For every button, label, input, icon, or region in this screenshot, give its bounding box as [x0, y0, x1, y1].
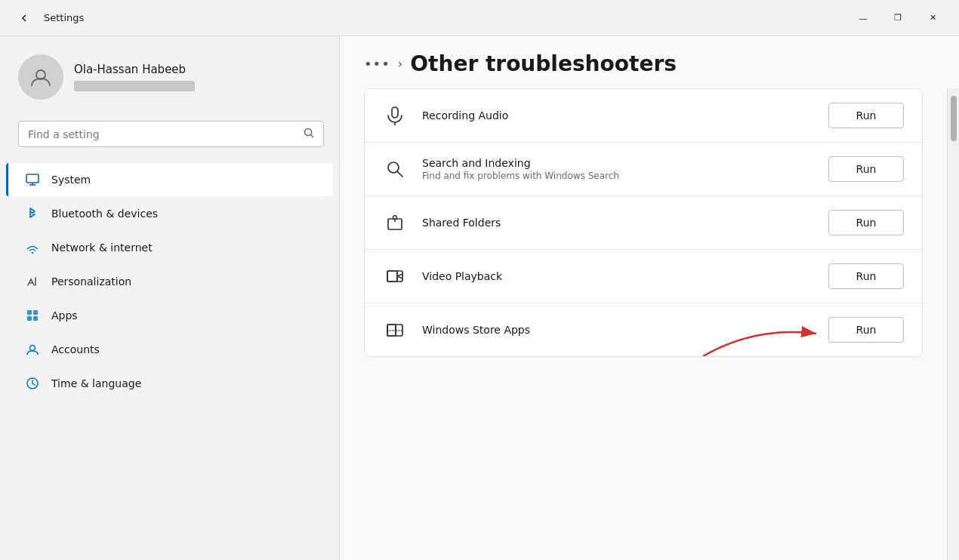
sidebar-label-system: System	[51, 174, 91, 186]
sidebar-item-time[interactable]: Time & language	[6, 367, 333, 400]
svg-rect-21	[387, 271, 402, 282]
search-icon	[304, 128, 314, 140]
back-button[interactable]	[12, 6, 36, 30]
troubleshooter-item-windows-store: Windows Store Apps Run	[365, 303, 922, 356]
minimize-button[interactable]: —	[846, 6, 880, 30]
network-icon	[24, 239, 41, 256]
sidebar-item-accounts[interactable]: Accounts	[6, 333, 333, 366]
title-bar-left: Settings	[12, 6, 84, 30]
windows-store-icon	[383, 318, 407, 342]
sidebar-label-accounts: Accounts	[51, 343, 100, 355]
troubleshooter-item-video-playback: Video Playback Run	[365, 250, 922, 303]
sidebar-item-bluetooth[interactable]: Bluetooth & devices	[6, 197, 333, 230]
search-indexing-title: Search and Indexing	[422, 157, 813, 169]
svg-rect-3	[26, 174, 39, 183]
accounts-icon	[24, 341, 41, 358]
svg-line-17	[398, 172, 403, 177]
sidebar: Ola-Hassan Habeeb	[0, 36, 340, 560]
svg-line-2	[311, 135, 314, 138]
run-windows-store-button[interactable]: Run	[828, 317, 904, 343]
sidebar-item-personalization[interactable]: Personalization	[6, 265, 333, 298]
breadcrumb-dots[interactable]: •••	[364, 56, 390, 72]
shared-folders-text: Shared Folders	[422, 217, 813, 229]
main-content: ••• › Other troubleshooters	[340, 36, 959, 560]
svg-rect-27	[387, 325, 396, 336]
content-scroll: Recording Audio Run Sear	[340, 88, 947, 560]
nav-list: System Bluetooth & devices	[0, 159, 339, 404]
shared-folders-title: Shared Folders	[422, 217, 813, 229]
time-icon	[24, 375, 41, 392]
recording-audio-icon	[383, 103, 407, 128]
search-indexing-subtitle: Find and fix problems with Windows Searc…	[422, 171, 813, 181]
troubleshooter-list: Recording Audio Run Sear	[364, 88, 923, 357]
svg-rect-8	[27, 310, 32, 315]
svg-line-24	[397, 274, 402, 276]
run-search-indexing-button[interactable]: Run	[828, 156, 904, 182]
user-name: Ola-Hassan Habeeb	[74, 63, 195, 76]
page-title: Other troubleshooters	[410, 51, 677, 76]
search-indexing-text: Search and Indexing Find and fix problem…	[422, 157, 813, 181]
search-indexing-icon	[383, 157, 407, 181]
scrollbar-thumb[interactable]	[951, 96, 957, 141]
system-icon	[24, 171, 41, 188]
troubleshooter-item-shared-folders: Shared Folders Run	[365, 196, 922, 250]
video-playback-icon	[383, 264, 407, 288]
sidebar-item-network[interactable]: Network & internet	[6, 231, 333, 264]
svg-rect-9	[33, 310, 38, 315]
content-header: ••• › Other troubleshooters	[340, 36, 959, 88]
window-controls: — ❐ ✕	[846, 6, 950, 30]
bluetooth-icon	[24, 205, 41, 222]
title-bar: Settings — ❐ ✕	[0, 0, 959, 36]
breadcrumb-chevron: ›	[398, 57, 402, 71]
app-body: Ola-Hassan Habeeb	[0, 36, 959, 560]
sidebar-label-time: Time & language	[51, 377, 141, 389]
svg-rect-14	[392, 107, 398, 118]
recording-audio-text: Recording Audio	[422, 109, 813, 122]
search-container	[0, 115, 339, 159]
user-subtitle-bar	[74, 81, 195, 91]
avatar	[18, 54, 63, 100]
troubleshooter-item-search-indexing: Search and Indexing Find and fix problem…	[365, 143, 922, 196]
svg-point-6	[32, 252, 34, 254]
run-video-playback-button[interactable]: Run	[828, 263, 904, 289]
maximize-button[interactable]: ❐	[880, 6, 915, 30]
svg-point-19	[393, 216, 397, 220]
svg-line-25	[397, 276, 402, 278]
sidebar-item-system[interactable]: System	[6, 163, 333, 196]
sidebar-label-bluetooth: Bluetooth & devices	[51, 208, 158, 220]
run-recording-audio-button[interactable]: Run	[828, 103, 904, 128]
svg-rect-11	[33, 316, 38, 321]
search-input[interactable]	[28, 128, 298, 140]
video-playback-text: Video Playback	[422, 270, 813, 282]
scrollbar-container: Recording Audio Run Sear	[340, 88, 959, 560]
close-button[interactable]: ✕	[915, 6, 950, 30]
windows-store-text: Windows Store Apps	[422, 324, 813, 336]
user-info: Ola-Hassan Habeeb	[74, 63, 195, 91]
user-profile[interactable]: Ola-Hassan Habeeb	[0, 36, 339, 115]
video-playback-title: Video Playback	[422, 270, 813, 282]
svg-rect-10	[27, 316, 32, 321]
shared-folders-icon	[383, 211, 407, 235]
sidebar-label-network: Network & internet	[51, 242, 153, 254]
svg-rect-22	[387, 271, 397, 282]
sidebar-label-apps: Apps	[51, 309, 78, 322]
recording-audio-title: Recording Audio	[422, 109, 813, 122]
troubleshooter-item-recording-audio: Recording Audio Run	[365, 89, 922, 143]
sidebar-label-personalization: Personalization	[51, 275, 131, 288]
sidebar-item-apps[interactable]: Apps	[6, 299, 333, 332]
svg-point-1	[305, 129, 312, 136]
windows-store-title: Windows Store Apps	[422, 324, 813, 336]
run-shared-folders-button[interactable]: Run	[828, 210, 904, 235]
svg-point-12	[30, 346, 35, 351]
scrollbar[interactable]	[947, 88, 959, 560]
search-box[interactable]	[18, 121, 324, 147]
app-title: Settings	[44, 12, 84, 23]
apps-icon	[24, 307, 41, 324]
personalization-icon	[24, 273, 41, 290]
